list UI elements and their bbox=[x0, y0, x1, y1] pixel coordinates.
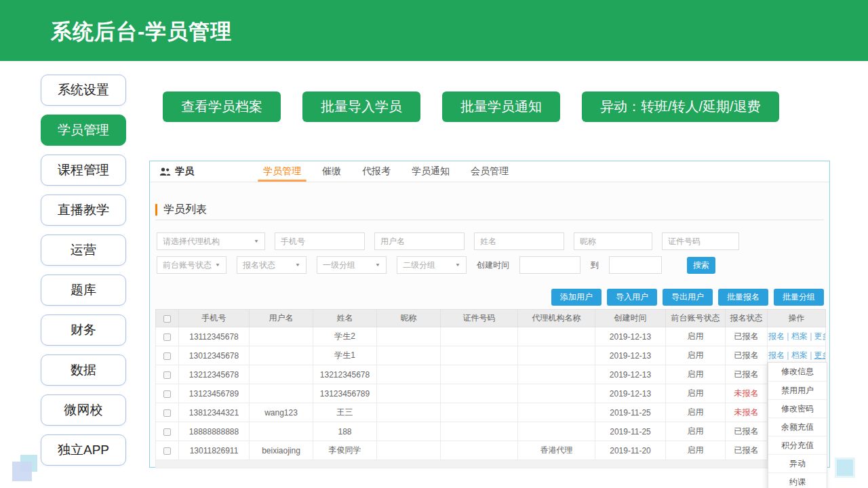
created-to-input[interactable] bbox=[609, 256, 662, 274]
sidebar-item-data[interactable]: 数据 bbox=[41, 354, 126, 386]
cell-name: 学生2 bbox=[313, 327, 377, 346]
dropdown-item-student-change[interactable]: 异动 bbox=[768, 454, 827, 472]
row-checkbox[interactable] bbox=[163, 333, 171, 341]
entity-text: 学员 bbox=[175, 165, 194, 178]
student-table: 手机号用户名姓名昵称证件号码代理机构名称创建时间前台账号状态报名状态操作 131… bbox=[155, 309, 826, 460]
action-link-2[interactable]: 更多 bbox=[814, 350, 826, 360]
student-change-button[interactable]: 异动：转班/转人/延期/退费 bbox=[582, 92, 779, 122]
column-header-9: 操作 bbox=[768, 310, 826, 327]
tab-proxy-exam[interactable]: 代报考 bbox=[361, 161, 392, 182]
chevron-down-icon: ▼ bbox=[295, 262, 300, 267]
cell-name: 188 bbox=[313, 422, 377, 441]
cell-agency bbox=[518, 403, 595, 422]
cell-username bbox=[250, 384, 313, 403]
dropdown-item-balance-recharge[interactable]: 余额充值 bbox=[768, 418, 827, 436]
import-users-button[interactable]: 导入用户 bbox=[607, 289, 657, 306]
batch-student-notify-button[interactable]: 批量学员通知 bbox=[442, 92, 560, 122]
cell-nickname bbox=[377, 384, 441, 403]
agency-select-placeholder: 请选择代理机构 bbox=[163, 236, 220, 247]
select-all-checkbox[interactable] bbox=[163, 315, 171, 323]
cell-username: beixiaojing bbox=[250, 441, 313, 460]
tab-payment-reminder[interactable]: 催缴 bbox=[321, 161, 342, 182]
chevron-down-icon: ▼ bbox=[375, 262, 380, 267]
action-separator: | bbox=[785, 331, 791, 341]
cell-nickname bbox=[377, 327, 441, 346]
table-row: 13123456789131234567892019-12-13启用未报名 bbox=[156, 384, 826, 403]
phone-input[interactable] bbox=[275, 232, 365, 250]
row-checkbox[interactable] bbox=[163, 352, 171, 360]
column-header-4: 证件号码 bbox=[441, 310, 518, 327]
row-checkbox[interactable] bbox=[163, 371, 171, 379]
export-users-button[interactable]: 导出用户 bbox=[663, 289, 713, 306]
tab-student-management[interactable]: 学员管理 bbox=[262, 161, 302, 182]
cell-phone: 13012345678 bbox=[179, 346, 250, 365]
sidebar-item-standalone-app[interactable]: 独立APP bbox=[41, 434, 126, 466]
dropdown-item-book-lesson[interactable]: 约课 bbox=[768, 472, 827, 488]
table-footer-strip bbox=[155, 460, 824, 468]
row-checkbox-cell bbox=[156, 422, 179, 441]
action-link-0[interactable]: 报名 bbox=[768, 331, 785, 341]
name-input[interactable] bbox=[474, 232, 564, 250]
cell-account-status: 启用 bbox=[666, 365, 726, 384]
cell-signup-status: 已报名 bbox=[726, 346, 768, 365]
created-from-input[interactable] bbox=[519, 256, 580, 274]
sidebar-item-operations[interactable]: 运营 bbox=[41, 235, 126, 266]
nickname-input[interactable] bbox=[574, 232, 652, 250]
cell-agency bbox=[518, 384, 595, 403]
action-separator: | bbox=[785, 350, 791, 360]
sidebar-item-question-bank[interactable]: 题库 bbox=[41, 274, 126, 306]
student-table-wrap: 手机号用户名姓名昵称证件号码代理机构名称创建时间前台账号状态报名状态操作 131… bbox=[155, 309, 824, 468]
sidebar-item-micro-school[interactable]: 微网校 bbox=[41, 394, 126, 426]
sidebar-item-finance[interactable]: 财务 bbox=[41, 314, 126, 346]
sidebar-item-system-settings[interactable]: 系统设置 bbox=[41, 75, 126, 106]
cell-phone: 13011826911 bbox=[179, 441, 250, 460]
action-link-1[interactable]: 档案 bbox=[791, 331, 808, 341]
add-user-button[interactable]: 添加用户 bbox=[551, 289, 601, 306]
cell-agency bbox=[518, 422, 595, 441]
student-panel: 学员 学员管理催缴代报考学员通知会员管理 学员列表 请选择代理机构▼ 前台账号状… bbox=[149, 161, 830, 468]
cell-username: wang123 bbox=[250, 403, 313, 422]
agency-select[interactable]: 请选择代理机构▼ bbox=[157, 232, 265, 250]
view-student-files-button[interactable]: 查看学员档案 bbox=[163, 92, 281, 122]
batch-import-students-button[interactable]: 批量导入学员 bbox=[302, 92, 420, 122]
action-link-2[interactable]: 更多 bbox=[814, 331, 826, 341]
dropdown-item-disable-user[interactable]: 禁用用户 bbox=[768, 381, 827, 399]
cell-created: 2019-11-25 bbox=[595, 422, 666, 441]
group-level2-select[interactable]: 二级分组▼ bbox=[397, 256, 467, 274]
table-row: 13011826911beixiaojing李俊同学香港代理2019-11-20… bbox=[156, 441, 826, 460]
action-separator: | bbox=[808, 350, 814, 360]
dropdown-item-change-password[interactable]: 修改密码 bbox=[768, 399, 827, 418]
chevron-down-icon: ▼ bbox=[215, 262, 220, 267]
decor-square-lavender-left bbox=[12, 462, 32, 481]
username-input[interactable] bbox=[374, 232, 465, 250]
cell-created: 2019-12-13 bbox=[595, 346, 666, 365]
search-button[interactable]: 搜索 bbox=[687, 257, 715, 274]
row-checkbox[interactable] bbox=[163, 447, 171, 455]
batch-group-button[interactable]: 批量分组 bbox=[774, 289, 824, 306]
row-checkbox[interactable] bbox=[163, 390, 171, 398]
action-link-1[interactable]: 档案 bbox=[791, 350, 808, 360]
sidebar-item-student-management[interactable]: 学员管理 bbox=[41, 115, 126, 146]
dropdown-item-points-recharge[interactable]: 积分充值 bbox=[768, 436, 827, 454]
account-status-select-placeholder: 前台账号状态 bbox=[163, 260, 212, 271]
row-checkbox[interactable] bbox=[163, 428, 171, 436]
tab-member-management[interactable]: 会员管理 bbox=[469, 161, 510, 182]
cell-nickname bbox=[377, 422, 441, 441]
cell-signup-status: 已报名 bbox=[726, 365, 768, 384]
cell-name: 13212345678 bbox=[313, 365, 377, 384]
tab-student-notice[interactable]: 学员通知 bbox=[410, 161, 451, 182]
row-checkbox[interactable] bbox=[163, 409, 171, 417]
sidebar-item-live-teaching[interactable]: 直播教学 bbox=[41, 195, 126, 226]
action-link-0[interactable]: 报名 bbox=[768, 350, 785, 360]
idnumber-input[interactable] bbox=[662, 232, 739, 250]
cell-username bbox=[250, 346, 313, 365]
account-status-select[interactable]: 前台账号状态▼ bbox=[157, 256, 226, 274]
bulk-actions: 添加用户导入用户导出用户批量报名批量分组 bbox=[551, 289, 824, 306]
cell-created: 2019-12-13 bbox=[595, 327, 666, 346]
signup-status-select[interactable]: 报名状态▼ bbox=[237, 256, 307, 274]
sidebar-item-course-management[interactable]: 课程管理 bbox=[41, 155, 126, 186]
group-level1-select[interactable]: 一级分组▼ bbox=[317, 256, 387, 274]
dropdown-item-edit-info[interactable]: 修改信息 bbox=[768, 363, 827, 381]
panel-header: 学员 学员管理催缴代报考学员通知会员管理 bbox=[150, 161, 829, 182]
batch-signup-button[interactable]: 批量报名 bbox=[718, 289, 768, 306]
